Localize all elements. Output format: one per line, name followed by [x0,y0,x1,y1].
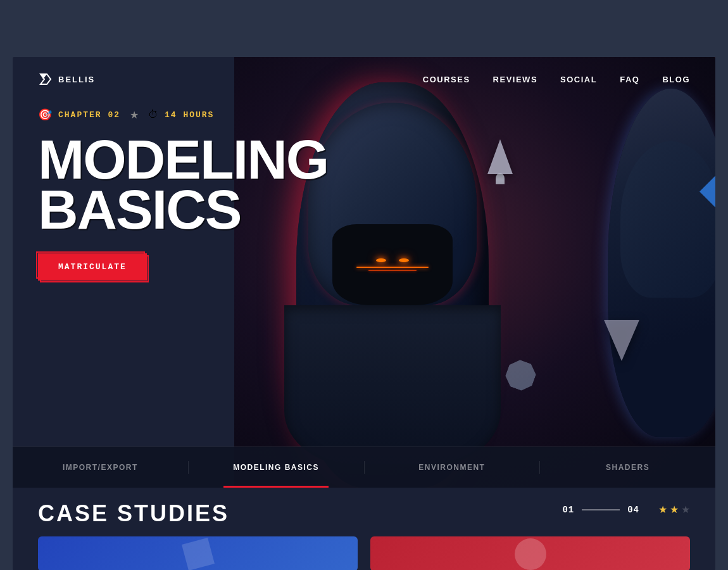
hero-title: MODELING BASICS [38,134,328,234]
logo[interactable]: BELLIS [38,72,95,87]
star-1: ★ [658,504,667,516]
tab-bar: IMPORT/EXPORT MODELING BASICS ENVIRONMEN… [13,446,715,488]
pagination-end: 04 [627,505,639,515]
chapter-badge: 🎯 CHAPTER 02 ★ ⏱ 14 HOURS [38,108,328,122]
hero-title-line2: BASICS [38,184,328,234]
pagination-line [582,509,620,510]
star-3: ★ [681,504,690,516]
clock-icon: ⏱ [148,109,158,120]
tab-import-export[interactable]: IMPORT/EXPORT [13,447,188,488]
navigation: COURSES REVIEWS SOCIAL FAQ BLOG [423,75,690,84]
hours-label: 14 HOURS [165,110,214,120]
pagination-start: 01 [562,505,574,515]
logo-text: BELLIS [58,75,95,84]
matriculate-button[interactable]: MATRICULATE [38,253,147,281]
main-container: BELLIS COURSES REVIEWS SOCIAL FAQ BLOG [13,57,715,570]
header: BELLIS COURSES REVIEWS SOCIAL FAQ BLOG [13,57,715,101]
nav-item-faq[interactable]: FAQ [620,75,639,84]
tab-shaders[interactable]: SHADERS [540,447,715,488]
star-2: ★ [670,504,679,516]
cards-preview-row [38,536,690,570]
tab-environment[interactable]: ENVIRONMENT [365,447,540,488]
case-studies-title: CASE STUDIES [38,500,229,527]
logo-icon [38,72,53,87]
hero-content: 🎯 CHAPTER 02 ★ ⏱ 14 HOURS MODELING BASIC… [38,108,328,281]
tab-modeling-basics[interactable]: MODELING BASICS [189,447,364,488]
bottom-section: CASE STUDIES 01 04 ★ ★ ★ [13,488,715,570]
chapter-label: CHAPTER 02 [58,110,120,120]
nav-item-blog[interactable]: BLOG [662,75,690,84]
hero-section: 🎯 CHAPTER 02 ★ ⏱ 14 HOURS MODELING BASIC… [13,57,715,488]
nav-item-reviews[interactable]: REVIEWS [493,75,537,84]
nav-item-social[interactable]: SOCIAL [560,75,597,84]
nav-item-courses[interactable]: COURSES [423,75,470,84]
hero-title-line1: MODELING [38,134,328,184]
star-rating: ★ ★ ★ [658,504,690,516]
page-wrapper: BELLIS COURSES REVIEWS SOCIAL FAQ BLOG [0,0,728,570]
chapter-icon: 🎯 [38,108,52,122]
separator: ★ [130,109,139,121]
pagination: 01 04 [562,505,639,515]
bottom-controls: 01 04 ★ ★ ★ [562,504,690,516]
